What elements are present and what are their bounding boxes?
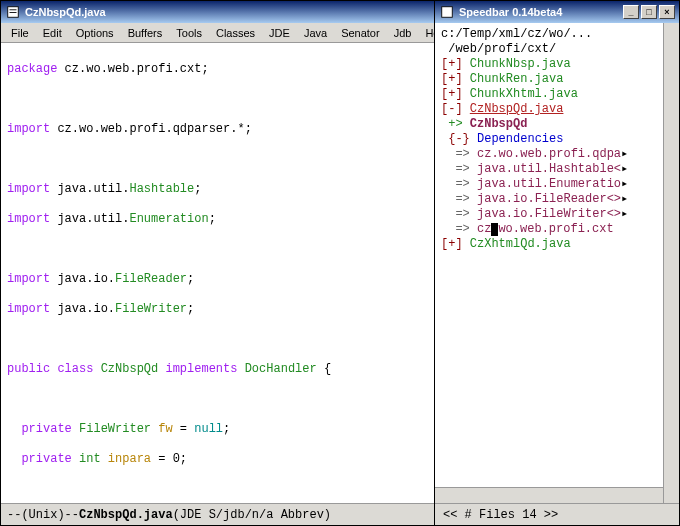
svg-rect-2 <box>10 12 17 13</box>
dep-item[interactable]: => java.io.FileWriter<>▸ <box>441 207 673 222</box>
dep-item[interactable]: => java.util.Hashtable<▸ <box>441 162 673 177</box>
speedbar-window: Speedbar 0.14beta4 _ □ × c:/Temp/xml/cz/… <box>434 0 680 526</box>
path-line[interactable]: c:/Temp/xml/cz/wo/... <box>441 27 673 42</box>
main-title: CzNbspQd.java <box>25 6 106 18</box>
vertical-scrollbar[interactable] <box>663 23 679 503</box>
editor[interactable]: package cz.wo.web.profi.cxt; import cz.w… <box>1 43 434 501</box>
minimize-button[interactable]: _ <box>623 5 639 19</box>
more-icon: ▸ <box>621 177 628 191</box>
collapse-icon[interactable]: [-] <box>441 102 463 116</box>
file-node[interactable]: [+] ChunkXhtml.java <box>441 87 673 102</box>
file-node[interactable]: [+] ChunkRen.java <box>441 72 673 87</box>
menu-file[interactable]: File <box>5 25 35 41</box>
file-node-selected[interactable]: [-] CzNbspQd.java <box>441 102 673 117</box>
expand-icon[interactable]: [+] <box>441 87 463 101</box>
menu-jdb[interactable]: Jdb <box>388 25 418 41</box>
expand-icon[interactable]: [+] <box>441 237 463 251</box>
menu-tools[interactable]: Tools <box>170 25 208 41</box>
expand-icon[interactable]: [+] <box>441 72 463 86</box>
more-icon: ▸ <box>621 147 628 161</box>
menu-senator[interactable]: Senator <box>335 25 386 41</box>
svg-rect-3 <box>442 7 453 18</box>
app-icon <box>5 4 21 20</box>
app-icon <box>439 4 455 20</box>
speedbar-body[interactable]: c:/Temp/xml/cz/wo/... /web/profi/cxt/ [+… <box>435 23 679 503</box>
speedbar-titlebar[interactable]: Speedbar 0.14beta4 _ □ × <box>435 1 679 23</box>
menu-buffers[interactable]: Buffers <box>122 25 169 41</box>
menu-edit[interactable]: Edit <box>37 25 68 41</box>
modeline-file: CzNbspQd.java <box>79 508 173 522</box>
window-controls: _ □ × <box>623 5 675 19</box>
menu-java[interactable]: Java <box>298 25 333 41</box>
dep-item[interactable]: => czwo.web.profi.cxt <box>441 222 673 237</box>
file-node[interactable]: [+] CzXhtmlQd.java <box>441 237 673 252</box>
path-line[interactable]: /web/profi/cxt/ <box>441 42 673 57</box>
kw: package <box>7 62 57 76</box>
emacs-window: CzNbspQd.java File Edit Options Buffers … <box>0 0 435 526</box>
menu-options[interactable]: Options <box>70 25 120 41</box>
dep-item[interactable]: => java.util.Enumeratio▸ <box>441 177 673 192</box>
close-button[interactable]: × <box>659 5 675 19</box>
main-titlebar[interactable]: CzNbspQd.java <box>1 1 434 23</box>
expand-icon[interactable]: +> <box>441 117 463 131</box>
menu-jde[interactable]: JDE <box>263 25 296 41</box>
more-icon: ▸ <box>621 207 628 221</box>
dep-item[interactable]: => java.io.FileReader<>▸ <box>441 192 673 207</box>
more-icon: ▸ <box>621 192 628 206</box>
dep-item[interactable]: => cz.wo.web.profi.qdpa▸ <box>441 147 673 162</box>
speedbar-status: << # Files 14 >> <box>435 503 679 525</box>
collapse-icon[interactable]: {-} <box>441 132 470 146</box>
speedbar-title: Speedbar 0.14beta4 <box>459 6 562 18</box>
class-node[interactable]: +> CzNbspQd <box>441 117 673 132</box>
modeline: --(Unix)-- CzNbspQd.java (JDE S/jdb/n/a … <box>1 503 434 525</box>
svg-rect-1 <box>10 9 17 10</box>
maximize-button[interactable]: □ <box>641 5 657 19</box>
horizontal-scrollbar[interactable] <box>435 487 663 503</box>
expand-icon[interactable]: [+] <box>441 57 463 71</box>
deps-node[interactable]: {-} Dependencies <box>441 132 673 147</box>
menu-classes[interactable]: Classes <box>210 25 261 41</box>
menubar: File Edit Options Buffers Tools Classes … <box>1 23 434 43</box>
file-node[interactable]: [+] ChunkNbsp.java <box>441 57 673 72</box>
more-icon: ▸ <box>621 162 628 176</box>
